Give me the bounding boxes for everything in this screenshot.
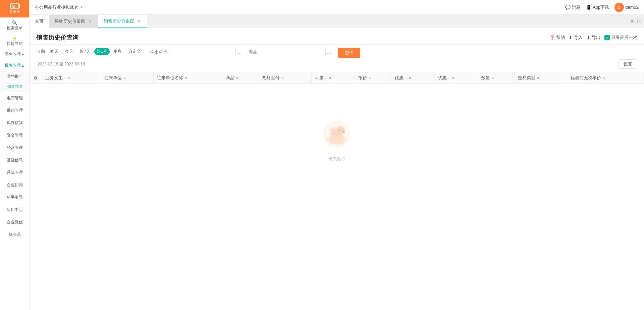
sidebar-item-finance[interactable]: 资金管理 <box>0 129 29 142</box>
app-download-button[interactable]: 📱 App下载 <box>586 4 609 10</box>
partner-filter-group: 往来单位 ... <box>150 48 241 56</box>
sidebar-item-purchase[interactable]: 采购管理 <box>0 104 29 117</box>
page-title: 销售历史价查询 <box>36 34 78 42</box>
header-title-dropdown[interactable]: 办公用品行业模拟账套 ▼ <box>35 4 83 10</box>
cooperation-label: 企业协同 <box>7 182 23 188</box>
sidebar-item-cooperation[interactable]: 企业协同 <box>0 179 29 191</box>
partner-ellipsis-button[interactable]: ... <box>237 49 241 55</box>
app-download-icon: 📱 <box>586 5 591 10</box>
th-settings[interactable]: ⚙ <box>30 72 42 84</box>
username-label: demo2 <box>625 5 639 10</box>
th-trade-type[interactable]: 交易类型⇅ <box>515 72 567 84</box>
empty-state: 🔍 暂无数据 <box>30 84 644 196</box>
tab-maximize-icon[interactable]: ⊡ <box>637 18 641 24</box>
help-button[interactable]: ❓ 帮助 <box>549 35 565 41</box>
table-header-row: ⚙ 业务发生...⇅ 往来单位⇅ 往来单位名称⇅ 商品⇅ 规格型号⇅ 计量...… <box>30 72 644 84</box>
th-spec[interactable]: 规格型号⇅ <box>259 72 312 84</box>
sidebar-nav-item[interactable]: ⚡ 快捷导航 <box>0 34 29 49</box>
message-icon: 💬 <box>565 5 571 10</box>
th-partner-name[interactable]: 往来单位名称⇅ <box>154 72 222 84</box>
th-goods[interactable]: 商品⇅ <box>222 72 259 84</box>
goods-input[interactable] <box>259 48 326 56</box>
help-label: 帮助 <box>556 35 565 41</box>
sidebar: 畅 标准版 🔍 搜索菜单 ⚡ 快捷导航 零售管理 ▼ 批发管理 ▲ 营销推广 销… <box>0 0 30 310</box>
th-pretax-price[interactable]: 优惠前无税单价⇅ <box>567 72 644 84</box>
chevron-down-icon: ▼ <box>21 53 25 56</box>
logo-icon: 畅 <box>10 3 20 9</box>
sidebar-item-operations[interactable]: 经营管理 <box>0 142 29 154</box>
ecommerce-label: 电商管理 <box>7 95 23 101</box>
tab-home[interactable]: 首页 <box>30 15 49 28</box>
tabs-bar: 首页 采购历史价跟踪 ✕ 销售历史价跟踪 ✕ ✕ ⊡ <box>30 15 644 28</box>
help-icon: ❓ <box>549 35 555 40</box>
sidebar-item-system[interactable]: 系统管理 <box>0 166 29 179</box>
sidebar-item-sales-mgmt[interactable]: 销售管理 <box>0 82 29 92</box>
date-chips: 昨天 今天 近7天 近1月 更多 自定义 <box>48 48 143 55</box>
nav-label: 快捷导航 <box>0 41 29 47</box>
date-chip-custom[interactable]: 自定义 <box>126 48 143 55</box>
tab-sales-history[interactable]: 销售历史价跟踪 ✕ <box>98 15 147 28</box>
sidebar-item-basic[interactable]: 基础信息 <box>0 154 29 166</box>
empty-text: 暂无数据 <box>328 156 345 162</box>
th-partner-code[interactable]: 往来单位⇅ <box>101 72 154 84</box>
data-table: ⚙ 业务发生...⇅ 往来单位⇅ 往来单位名称⇅ 商品⇅ 规格型号⇅ 计量...… <box>30 72 644 84</box>
dropdown-chevron-icon: ▼ <box>80 5 83 9</box>
export-button[interactable]: ⬇ 导出 <box>587 35 600 41</box>
only-last-checkbox[interactable]: ✓ <box>604 35 610 40</box>
content-area: 销售历史价查询 ❓ 帮助 ⬆ 导入 ⬇ 导出 ✓ 只看最后一次 <box>30 28 644 310</box>
svg-rect-7 <box>332 134 341 135</box>
date-chip-more[interactable]: 更多 <box>111 48 124 55</box>
date-chip-last1m[interactable]: 近1月 <box>94 48 110 55</box>
tab-purchase-history[interactable]: 采购历史价跟踪 ✕ <box>49 15 98 28</box>
sidebar-search[interactable]: 🔍 搜索菜单 <box>0 17 29 34</box>
message-label: 消息 <box>572 4 581 10</box>
tab-sales-close-icon[interactable]: ✕ <box>137 19 142 23</box>
export-icon: ⬇ <box>587 35 590 40</box>
apps-label: 应用中心 <box>7 207 23 213</box>
sidebar-item-retail[interactable]: 零售管理 ▼ <box>0 49 29 60</box>
sidebar-item-apps[interactable]: 应用中心 <box>0 204 29 216</box>
sidebar-item-wholesale[interactable]: 批发管理 ▲ <box>0 60 29 71</box>
sidebar-item-guide[interactable]: 新手引导 <box>0 191 29 204</box>
wholesale-label: 批发管理 <box>5 63 21 68</box>
svg-text:🔍: 🔍 <box>339 127 345 133</box>
th-discount1[interactable]: 优惠...⇅ <box>391 72 435 84</box>
th-quote[interactable]: 报价⇅ <box>355 72 391 84</box>
partner-input[interactable] <box>169 48 236 56</box>
date-chip-yesterday[interactable]: 昨天 <box>48 48 61 55</box>
search-icon: 🔍 <box>0 20 29 25</box>
tab-purchase-label: 采购历史价跟踪 <box>55 18 85 24</box>
goods-ellipsis-button[interactable]: ... <box>327 49 331 55</box>
th-biz-date[interactable]: 业务发生...⇅ <box>42 72 101 84</box>
date-filter-label: 日期 <box>36 49 45 55</box>
sidebar-item-ecommerce[interactable]: 电商管理 <box>0 92 29 104</box>
tab-purchase-close-icon[interactable]: ✕ <box>88 19 93 24</box>
th-quantity[interactable]: 数量⇅ <box>478 72 515 84</box>
date-filter-group: 日期 昨天 今天 近7天 近1月 更多 自定义 <box>36 48 143 55</box>
message-button[interactable]: 💬 消息 <box>565 4 581 10</box>
guide-label: 新手引导 <box>7 195 23 200</box>
sidebar-item-wechat[interactable]: 企业微信 <box>0 216 29 228</box>
sidebar-item-member[interactable]: 畅会员 <box>0 228 29 241</box>
import-button[interactable]: ⬆ 导入 <box>569 35 583 41</box>
tab-close-all-icon[interactable]: ✕ <box>630 18 634 24</box>
operations-label: 经营管理 <box>7 145 23 151</box>
date-chip-today[interactable]: 今天 <box>62 48 76 55</box>
chevron-up-icon: ▲ <box>21 64 25 67</box>
th-unit[interactable]: 计量...⇅ <box>312 72 355 84</box>
query-button[interactable]: 查询 <box>338 48 360 58</box>
tab-home-label: 首页 <box>35 18 44 24</box>
page-header: 销售历史价查询 ❓ 帮助 ⬆ 导入 ⬇ 导出 ✓ 只看最后一次 <box>30 28 644 45</box>
sidebar-item-marketing[interactable]: 营销推广 <box>0 71 29 82</box>
only-last-checkbox-group[interactable]: ✓ 只看最后一次 <box>604 35 637 41</box>
user-menu[interactable]: D demo2 <box>614 3 639 12</box>
page-actions: ❓ 帮助 ⬆ 导入 ⬇ 导出 ✓ 只看最后一次 <box>549 35 637 41</box>
header-account-title: 办公用品行业模拟账套 <box>35 4 78 10</box>
date-chip-last7[interactable]: 近7天 <box>77 48 93 55</box>
search-label: 搜索菜单 <box>0 25 29 31</box>
sidebar-item-inventory[interactable]: 库存核算 <box>0 117 29 129</box>
tab-sales-label: 销售历史价跟踪 <box>104 18 134 24</box>
empty-state-icon: 🔍 <box>320 117 354 151</box>
settings-button[interactable]: 设置 <box>619 59 637 69</box>
th-discount2[interactable]: 优惠...⇅ <box>435 72 478 84</box>
